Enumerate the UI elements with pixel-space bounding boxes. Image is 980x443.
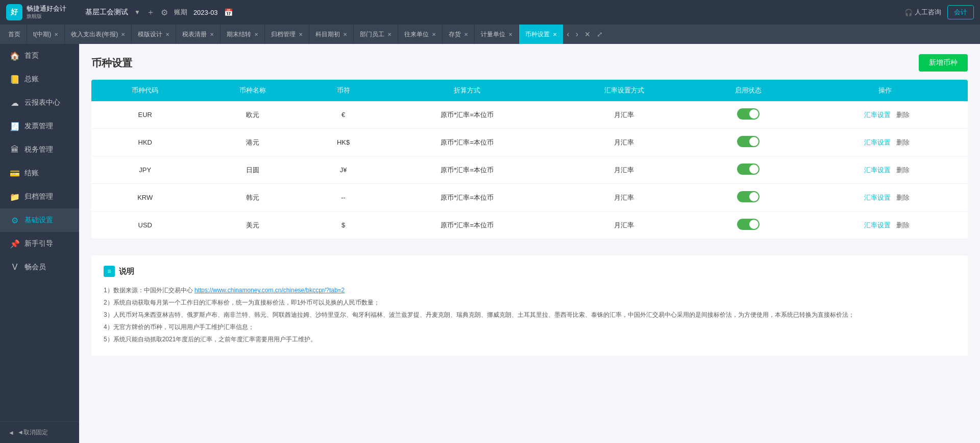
sidebar-item-guide[interactable]: 📌 新手引导 <box>0 232 79 255</box>
toggle-jpy[interactable] <box>737 164 760 175</box>
main-layout: 🏠 首页 📒 总账 ☁ 云报表中心 🧾 发票管理 🏛 税务管理 💳 结账 📁 归… <box>0 44 980 443</box>
tab-archive-label: 归档管理 <box>271 30 296 39</box>
calendar-icon[interactable]: 📅 <box>224 8 233 16</box>
sidebar-item-invoice[interactable]: 🧾 发票管理 <box>0 114 79 138</box>
add-tab-icon[interactable]: ＋ <box>146 7 155 18</box>
tab-inventory[interactable]: 存货 ✕ <box>443 25 475 44</box>
tab-template-label: 模版设计 <box>138 30 162 39</box>
tab-close-icon[interactable]: ✕ <box>581 30 594 38</box>
sidebar-item-settle[interactable]: 💳 结账 <box>0 161 79 185</box>
tab-unit-label: 计量单位 <box>481 30 505 39</box>
tab-subject[interactable]: 科目期初 ✕ <box>309 25 354 44</box>
sidebar-item-reports[interactable]: ☁ 云报表中心 <box>0 91 79 114</box>
sidebar-item-home[interactable]: 🏠 首页 <box>0 44 79 67</box>
cell-name: 港元 <box>199 129 306 156</box>
tab-template-close[interactable]: ✕ <box>165 32 169 37</box>
sidebar-pin-button[interactable]: ◄ ◄取消固定 <box>0 422 79 443</box>
tab-next-icon[interactable]: › <box>573 30 581 39</box>
tab-tax-close[interactable]: ✕ <box>210 32 214 37</box>
sidebar-tax-label: 税务管理 <box>24 145 53 154</box>
tab-currency-close[interactable]: ✕ <box>553 32 557 37</box>
notes-section: ≡ 说明 1）数据来源：中国外汇交易中心 https://www.chinamo… <box>91 255 968 356</box>
rate-setting-link-usd[interactable]: 汇率设置 <box>864 221 891 229</box>
cell-code: USD <box>91 212 199 239</box>
sidebar-archive-label: 归档管理 <box>24 192 53 201</box>
tab-home-label: 首页 <box>8 30 20 39</box>
rate-setting-link-eur[interactable]: 汇率设置 <box>864 111 891 119</box>
sidebar-vip-label: 畅会员 <box>24 263 46 272</box>
logo-subtitle: 旗舰版 <box>27 13 66 20</box>
toggle-thumb <box>749 192 758 201</box>
tab-annual-label: 收入支出表(年报) <box>71 30 118 39</box>
tab-expand-icon[interactable]: ⤢ <box>594 30 606 38</box>
toggle-usd[interactable] <box>737 219 760 230</box>
sidebar-item-ledger[interactable]: 📒 总账 <box>0 67 79 91</box>
cell-calc: 原币*汇率=本位币 <box>380 129 554 156</box>
cell-status <box>695 101 802 129</box>
table-row: USD 美元 $ 原币*汇率=本位币 月汇率 汇率设置 删除 <box>91 212 968 239</box>
period-value: 2023-03 <box>193 9 218 16</box>
dropdown-icon[interactable]: ▼ <box>134 9 140 16</box>
sidebar-item-vip[interactable]: V 畅会员 <box>0 255 79 279</box>
tab-home[interactable]: 首页 <box>2 25 27 44</box>
account-button[interactable]: 会计 <box>947 5 974 19</box>
sidebar-item-tax[interactable]: 🏛 税务管理 <box>0 138 79 161</box>
logo-icon: 好 <box>6 4 22 20</box>
notes-link[interactable]: https://www.chinamoney.com.cn/chinese/bk… <box>194 287 345 294</box>
support-button[interactable]: 🎧 人工咨询 <box>904 8 941 17</box>
delete-link-eur[interactable]: 删除 <box>896 111 910 119</box>
tab-midterm-close[interactable]: ✕ <box>54 32 58 37</box>
cell-action: 汇率设置 删除 <box>802 156 968 184</box>
logo-title: 畅捷通好会计 <box>27 5 66 13</box>
home-icon: 🏠 <box>10 51 19 60</box>
toggle-hkd[interactable] <box>737 136 760 147</box>
toggle-eur[interactable] <box>737 108 760 120</box>
cell-action: 汇率设置 删除 <box>802 101 968 129</box>
cell-calc: 原币*汇率=本位币 <box>380 156 554 184</box>
tab-annual-close[interactable]: ✕ <box>121 32 125 37</box>
tab-tax[interactable]: 税表清册 ✕ <box>176 25 220 44</box>
rate-setting-link-hkd[interactable]: 汇率设置 <box>864 138 891 146</box>
rate-setting-link-krw[interactable]: 汇率设置 <box>864 194 891 201</box>
sidebar-ledger-label: 总账 <box>24 75 39 84</box>
tab-midterm[interactable]: t(中期) ✕ <box>27 25 65 44</box>
cell-calc: 原币*汇率=本位币 <box>380 101 554 129</box>
tab-prev-icon[interactable]: ‹ <box>564 30 572 39</box>
sidebar-invoice-label: 发票管理 <box>24 122 53 131</box>
tab-unit-close[interactable]: ✕ <box>508 32 512 37</box>
tab-inventory-close[interactable]: ✕ <box>464 32 468 37</box>
toggle-krw[interactable] <box>737 191 760 202</box>
tab-currency[interactable]: 币种设置 ✕ <box>519 25 564 44</box>
cell-action: 汇率设置 删除 <box>802 184 968 212</box>
delete-link-jpy[interactable]: 删除 <box>896 166 910 174</box>
delete-link-hkd[interactable]: 删除 <box>896 138 910 146</box>
tab-period-end-close[interactable]: ✕ <box>254 32 258 37</box>
tab-department[interactable]: 部门员工 ✕ <box>354 25 398 44</box>
delete-link-usd[interactable]: 删除 <box>896 221 910 229</box>
rate-setting-link-jpy[interactable]: 汇率设置 <box>864 166 891 174</box>
settings-icon[interactable]: ⚙ <box>161 8 168 17</box>
tab-template[interactable]: 模版设计 ✕ <box>132 25 176 44</box>
sidebar-settle-label: 结账 <box>24 169 39 178</box>
page-title-bar: 币种设置 新增币种 <box>91 54 968 72</box>
tab-department-close[interactable]: ✕ <box>387 32 391 37</box>
tab-archive-close[interactable]: ✕ <box>299 32 303 37</box>
sidebar-item-archive[interactable]: 📁 归档管理 <box>0 185 79 208</box>
tab-customer[interactable]: 往来单位 ✕ <box>398 25 443 44</box>
table-row: JPY 日圆 J¥ 原币*汇率=本位币 月汇率 汇率设置 删 <box>91 156 968 184</box>
tab-customer-close[interactable]: ✕ <box>432 32 436 37</box>
tab-archive[interactable]: 归档管理 ✕ <box>265 25 309 44</box>
notes-title-text: 说明 <box>119 267 134 276</box>
sidebar-item-basic[interactable]: ⚙ 基础设置 <box>0 208 79 232</box>
tab-annual[interactable]: 收入支出表(年报) ✕ <box>65 25 132 44</box>
notes-item-2: 2）系统自动获取每月第一个工作日的汇率标价，统一为直接标价法，即1外币可以兑换的… <box>104 296 955 309</box>
tab-subject-label: 科目期初 <box>315 30 340 39</box>
tab-period-end[interactable]: 期末结转 ✕ <box>220 25 265 44</box>
tab-subject-close[interactable]: ✕ <box>343 32 347 37</box>
sidebar-home-label: 首页 <box>24 51 39 60</box>
new-currency-button[interactable]: 新增币种 <box>919 54 968 72</box>
cell-symbol: -- <box>306 184 380 212</box>
tab-unit[interactable]: 计量单位 ✕ <box>475 25 519 44</box>
delete-link-krw[interactable]: 删除 <box>896 194 910 201</box>
cell-code: KRW <box>91 184 199 212</box>
